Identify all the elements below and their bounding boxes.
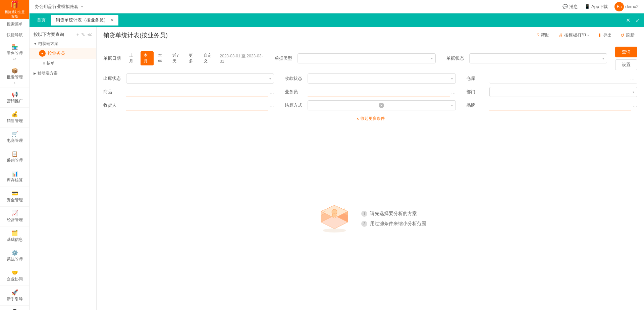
app-download-btn[interactable]: 📱 App下载: [585, 4, 608, 10]
salesperson-dots[interactable]: …: [451, 89, 456, 95]
plan-sub-item-by-order[interactable]: ≡ 按单: [30, 59, 96, 68]
tab-bar: 首页 销货单统计表（按业务员） ✕ ✕ ⤢: [30, 13, 644, 27]
tip-1-text: 请先选择要分析的方案: [370, 211, 417, 217]
sidebar-item-sales[interactable]: 💰 销售管理: [0, 108, 29, 127]
sidebar: 🎁 畅捷通好生意 标版 搜索菜单 快捷导航 🏪 零售管理 ▴▾ 📦 批发管理 ▴…: [0, 0, 30, 310]
consignee-dots[interactable]: …: [269, 103, 274, 108]
plan-group-pc-header[interactable]: ▼ 电脑端方案: [30, 40, 96, 48]
date-tab-custom[interactable]: 自定义: [201, 51, 217, 65]
operations-icon: 📈: [11, 210, 18, 216]
sidebar-item-retail[interactable]: 🏪 零售管理 ▴▾: [0, 40, 29, 64]
date-label: 单据日期: [103, 55, 122, 61]
date-tab-this-year[interactable]: 本年: [155, 51, 168, 65]
brand-input[interactable]: [489, 100, 631, 110]
doc-type-control: ▾: [298, 53, 435, 63]
dept-select[interactable]: ▾: [489, 87, 637, 97]
tip-2-num: 2: [361, 221, 367, 227]
sidebar-item-marketing[interactable]: 📢 营销推广: [0, 88, 29, 108]
sidebar-item-wholesale[interactable]: 📦 批发管理 ▴: [0, 64, 29, 88]
warehouse-dots[interactable]: …: [630, 76, 635, 81]
brand-control: …: [489, 100, 637, 110]
settlement-select[interactable]: ✕ ▾: [308, 100, 455, 110]
panel-add-btn[interactable]: +: [76, 32, 79, 37]
breadcrumb-dropdown-icon[interactable]: ▾: [81, 5, 83, 8]
collapse-btn[interactable]: ∧ 收起更多条件: [103, 114, 637, 123]
plan-item-by-sales-icon: ●: [39, 50, 46, 57]
date-tab-last-month[interactable]: 上月: [126, 51, 139, 65]
content-area: 按以下方案查询 + ✎ ≪ ▼ 电脑端方案 ● 按业务员 ≡ 按单: [30, 27, 644, 310]
date-tab-this-month[interactable]: 本月: [141, 51, 154, 65]
salesperson-label: 业务员: [285, 89, 304, 95]
sidebar-search[interactable]: 搜索菜单: [0, 19, 29, 30]
header-right-area: 💬 消息 📱 App下载 Ea demo2: [562, 2, 639, 11]
doc-status-select[interactable]: ▾: [469, 53, 607, 63]
tab-restore-btn[interactable]: ⤢: [634, 16, 641, 25]
sidebar-item-newbie[interactable]: 🚀 新手引导: [0, 286, 29, 306]
sidebar-item-appstore[interactable]: 📱 应用中心: [0, 306, 29, 310]
template-print-btn[interactable]: 🖨 按模板打印 ▾: [555, 31, 592, 40]
sidebar-item-sales-label: 销售管理: [7, 118, 23, 124]
panel-edit-btn[interactable]: ✎: [81, 32, 85, 37]
plan-group-mobile: ▶ 移动端方案: [30, 69, 96, 79]
tab-close-btn[interactable]: ✕: [625, 16, 632, 25]
settlement-clear-btn[interactable]: ✕: [379, 103, 384, 108]
print-icon: 🖨: [558, 33, 563, 38]
goods-label: 商品: [103, 89, 122, 95]
goods-input[interactable]: [126, 87, 268, 97]
tab-home[interactable]: 首页: [32, 15, 50, 25]
setting-button[interactable]: 设置: [615, 59, 637, 70]
date-tab-last-7[interactable]: 近7天: [169, 51, 184, 65]
collect-status-select[interactable]: ▾: [308, 73, 455, 84]
refresh-btn[interactable]: ↺ 刷新: [618, 31, 637, 40]
brand-dots[interactable]: …: [633, 103, 637, 108]
warehouse-select[interactable]: …: [489, 73, 637, 84]
sidebar-item-ecommerce[interactable]: 🛒 电商管理: [0, 127, 29, 147]
warehouse-control: …: [489, 73, 637, 84]
plan-item-by-sales[interactable]: ● 按业务员: [30, 48, 96, 59]
sidebar-item-inventory[interactable]: 📊 库存核算: [0, 167, 29, 187]
salesperson-control: …: [308, 87, 455, 97]
svg-text:✦: ✦: [324, 210, 326, 213]
sidebar-item-finance[interactable]: 💳 资金管理: [0, 187, 29, 207]
goods-dots[interactable]: …: [269, 89, 274, 95]
message-btn[interactable]: 💬 消息: [562, 4, 578, 10]
plan-group-mobile-header[interactable]: ▶ 移动端方案: [30, 69, 96, 78]
tip-2-text: 用过滤条件来缩小分析范围: [370, 221, 426, 227]
sidebar-item-basic[interactable]: 🗂️ 基础信息: [0, 226, 29, 246]
consignee-input[interactable]: [126, 100, 268, 110]
brand-label: 品牌: [467, 102, 485, 108]
sidebar-item-system[interactable]: ⚙️ 系统管理: [0, 246, 29, 266]
sidebar-item-enterprise[interactable]: 🤝 企业协同: [0, 266, 29, 286]
sidebar-item-purchase[interactable]: 📋 采购管理: [0, 147, 29, 167]
help-label: 帮助: [541, 32, 549, 38]
tab-home-label: 首页: [37, 17, 46, 23]
panel-title: 按以下方案查询: [34, 32, 64, 38]
empty-tip-2: 2 用过滤条件来缩小分析范围: [361, 221, 426, 227]
purchase-icon: 📋: [11, 151, 18, 157]
tab-close-icon[interactable]: ✕: [111, 18, 114, 22]
date-tab-more[interactable]: 更多: [186, 51, 199, 65]
svg-point-10: [323, 228, 346, 232]
export-btn[interactable]: ⬇ 导出: [595, 31, 614, 40]
doc-type-select[interactable]: ▾: [298, 53, 435, 63]
filter-actions: 查询 设置: [615, 47, 637, 70]
sidebar-quicknav[interactable]: 快捷导航: [0, 30, 29, 40]
page-title: 销货单统计表(按业务员): [103, 31, 168, 39]
user-menu[interactable]: Ea demo2: [614, 2, 639, 11]
plan-group-mobile-label: 移动端方案: [38, 70, 58, 76]
print-dropdown-icon[interactable]: ▾: [587, 34, 589, 37]
query-button[interactable]: 查询: [615, 47, 637, 57]
settlement-control: ✕ ▾: [308, 100, 455, 110]
out-status-select[interactable]: ▾: [126, 73, 274, 84]
empty-state: ✦ ✦ 1 请先选择要分析的方案 2 用过滤条件来缩小分析范围: [97, 127, 644, 310]
salesperson-input[interactable]: [308, 87, 449, 97]
panel-collapse-btn[interactable]: ≪: [87, 32, 92, 37]
sidebar-item-finance-label: 资金管理: [7, 197, 23, 203]
doc-status-control: ▾: [469, 53, 607, 63]
svg-text:✦: ✦: [343, 207, 345, 211]
filter-row-3: 商品 … 业务员 … 部门 ▾: [103, 87, 637, 97]
sidebar-item-operations[interactable]: 📈 经营管理: [0, 207, 29, 226]
tab-sales-stat[interactable]: 销货单统计表（按业务员） ✕: [51, 15, 118, 25]
help-btn[interactable]: ? 帮助: [534, 31, 552, 40]
consignee-label: 收货人: [103, 102, 122, 108]
